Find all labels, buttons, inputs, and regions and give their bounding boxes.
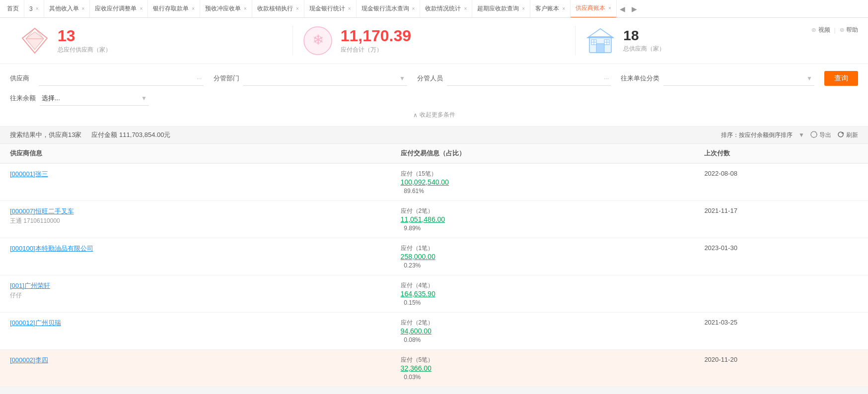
filter-area: 供应商 ··· 分管部门 ▼ 分管人员 ··· 往来单位分类 bbox=[0, 64, 868, 127]
last-payment-cell: 2020-11-20 bbox=[694, 350, 868, 387]
divider: | bbox=[834, 27, 836, 34]
amount-label: 应付金额 111,703,854.00元 bbox=[91, 131, 170, 139]
filter-person: 分管人员 ··· bbox=[417, 71, 611, 86]
supplier-table: 供应商信息 应付交易信息（占比） 上次付数 [000001]张三 应付（15笔）… bbox=[0, 144, 868, 387]
result-label: 搜索结果中，供应商13家 bbox=[10, 131, 81, 139]
trans-label: 应付（2笔） bbox=[401, 207, 434, 214]
close-icon[interactable]: × bbox=[412, 6, 415, 11]
supplier-filter-label: 供应商 bbox=[10, 74, 35, 83]
person-dots-icon[interactable]: ··· bbox=[604, 75, 609, 82]
table-row: [000002]李四 应付（5笔） 32,366.00 0.03% 2020-1… bbox=[0, 350, 868, 387]
person-input[interactable] bbox=[449, 74, 604, 82]
stat-block-ap-total: ❄ 11,170.39 应付合计（万） bbox=[293, 26, 576, 56]
nav-tab-advance[interactable]: 预收冲应收单 × bbox=[200, 0, 252, 18]
dept-select-wrap: ▼ bbox=[243, 71, 407, 86]
video-link[interactable]: ⊙ 视频 bbox=[811, 26, 830, 34]
supplier-info-cell: [000007]恒旺二手叉车王通 17106110000 bbox=[0, 201, 391, 238]
collapse-button[interactable]: ∧ 收起更多条件 bbox=[10, 111, 858, 119]
supplier-name-link[interactable]: [000007]恒旺二手叉车 bbox=[10, 207, 381, 216]
close-icon[interactable]: × bbox=[522, 6, 525, 11]
amount-link[interactable]: 164,635.90 bbox=[401, 290, 685, 298]
sort-label[interactable]: 排序：按应付余额倒序排序 bbox=[721, 131, 793, 139]
nav-tab-3[interactable]: 3 × bbox=[24, 0, 44, 18]
nav-tab-advance-label: 预收冲应收单 bbox=[205, 4, 241, 13]
stat-content-ap-total: 11,170.39 应付合计（万） bbox=[341, 28, 411, 54]
col-last-payment: 上次付数 bbox=[694, 144, 868, 163]
svg-text:❄: ❄ bbox=[312, 32, 323, 48]
last-payment-date: 2021-11-17 bbox=[704, 207, 737, 214]
close-icon[interactable]: × bbox=[244, 6, 247, 11]
close-icon[interactable]: × bbox=[464, 6, 467, 11]
close-icon[interactable]: × bbox=[348, 6, 351, 11]
supplier-name-link[interactable]: [000100]本特勤油品有限公司 bbox=[10, 244, 381, 253]
last-payment-date: 2021-03-25 bbox=[704, 319, 737, 326]
category-select-wrap: ▼ bbox=[663, 71, 814, 86]
summary-right: 排序：按应付余额倒序排序 ▼ 导出 刷新 bbox=[721, 131, 858, 139]
summary-bar: 搜索结果中，供应商13家 应付金额 111,703,854.00元 排序：按应付… bbox=[0, 127, 868, 144]
nav-arrow-right[interactable]: ▶ bbox=[629, 0, 641, 18]
col-transaction-info: 应付交易信息（占比） bbox=[391, 144, 695, 163]
nav-tab-cash-stat[interactable]: 现金银行统计 × bbox=[304, 0, 357, 18]
nav-tab-receipt-label: 收款核销执行 bbox=[257, 4, 293, 13]
nav-tab-customer-ledger[interactable]: 客户账本 × bbox=[530, 0, 571, 18]
amount-link[interactable]: 258,000.00 bbox=[401, 253, 685, 261]
close-icon[interactable]: × bbox=[36, 6, 39, 11]
nav-tab-other-income[interactable]: 其他收入单 × bbox=[44, 0, 90, 18]
filter-supplier: 供应商 ··· bbox=[10, 71, 204, 86]
person-filter-label: 分管人员 bbox=[417, 74, 443, 83]
supplier-info-cell: [000100]本特勤油品有限公司 bbox=[0, 238, 391, 275]
data-table-container: 供应商信息 应付交易信息（占比） 上次付数 [000001]张三 应付（15笔）… bbox=[0, 144, 868, 387]
top-navigation: 首页 3 × 其他收入单 × 应收应付调整单 × 银行存取款单 × 预收冲应收单… bbox=[0, 0, 868, 18]
supplier-info-cell: [001]广州荣轩仔仔 bbox=[0, 275, 391, 313]
supplier-name-link[interactable]: [001]广州荣轩 bbox=[10, 281, 381, 290]
supplier-contact: 仔仔 bbox=[10, 292, 22, 299]
supplier-name-link[interactable]: [000002]李四 bbox=[10, 356, 381, 365]
amount-link[interactable]: 100,092,540.00 bbox=[401, 178, 685, 186]
close-icon[interactable]: × bbox=[82, 6, 85, 11]
diamond-icon bbox=[20, 26, 50, 56]
nav-tab-cash-flow[interactable]: 现金银行流水查询 × bbox=[357, 0, 421, 18]
transaction-info-cell: 应付（5笔） 32,366.00 0.03% bbox=[391, 350, 695, 387]
transaction-info-cell: 应付（2笔） 94,600.00 0.08% bbox=[391, 313, 695, 350]
nav-tab-bank[interactable]: 银行存取款单 × bbox=[148, 0, 200, 18]
nav-tab-ar-ap-adjust[interactable]: 应收应付调整单 × bbox=[90, 0, 148, 18]
dept-select[interactable] bbox=[245, 74, 399, 82]
nav-tab-overdue[interactable]: 超期应收款查询 × bbox=[472, 0, 530, 18]
close-icon[interactable]: × bbox=[192, 6, 195, 11]
refresh-button[interactable]: 刷新 bbox=[837, 131, 858, 139]
close-icon[interactable]: × bbox=[608, 5, 611, 11]
nav-tab-home-label: 首页 bbox=[7, 4, 19, 13]
help-link[interactable]: ⊙ 帮助 bbox=[840, 26, 858, 34]
stat-content-payable-suppliers: 13 总应付供应商（家） bbox=[58, 28, 111, 54]
balance-select[interactable]: 选择... bbox=[42, 94, 141, 102]
amount-link[interactable]: 94,600.00 bbox=[401, 327, 685, 335]
stat-label-payable-suppliers: 总应付供应商（家） bbox=[58, 46, 111, 54]
close-icon[interactable]: × bbox=[296, 6, 299, 11]
percentage: 0.08% bbox=[401, 336, 421, 343]
trans-label: 应付（2笔） bbox=[401, 319, 434, 326]
nav-tab-receipt[interactable]: 收款核销执行 × bbox=[252, 0, 304, 18]
category-select[interactable] bbox=[665, 74, 806, 82]
filter-row-2: 往来余额 选择... ▼ bbox=[10, 91, 858, 106]
amount-link[interactable]: 11,051,486.00 bbox=[401, 215, 685, 223]
stat-content-total-suppliers: 18 总供应商（家） bbox=[623, 29, 665, 53]
supplier-name-link[interactable]: [000001]张三 bbox=[10, 170, 381, 179]
summary-left: 搜索结果中，供应商13家 应付金额 111,703,854.00元 bbox=[10, 131, 170, 139]
refresh-icon bbox=[837, 131, 844, 139]
supplier-name-link[interactable]: [000012]广州贝瑞 bbox=[10, 319, 381, 328]
amount-link[interactable]: 32,366.00 bbox=[401, 364, 685, 372]
transaction-info-cell: 应付（4笔） 164,635.90 0.15% bbox=[391, 275, 695, 313]
nav-tab-supplier-ledger[interactable]: 供应商账本 × bbox=[571, 0, 617, 18]
close-icon[interactable]: × bbox=[140, 6, 143, 11]
nav-arrow-left[interactable]: ◀ bbox=[617, 0, 629, 18]
query-button[interactable]: 查询 bbox=[824, 71, 858, 86]
export-icon bbox=[810, 131, 817, 139]
stat-number-total-suppliers: 18 bbox=[623, 29, 665, 43]
export-button[interactable]: 导出 bbox=[810, 131, 831, 139]
last-payment-cell: 2021-11-17 bbox=[694, 201, 868, 238]
nav-tab-home[interactable]: 首页 bbox=[2, 0, 24, 18]
close-icon[interactable]: × bbox=[562, 6, 565, 11]
nav-tab-collection-stat[interactable]: 收款情况统计 × bbox=[420, 0, 472, 18]
supplier-input[interactable] bbox=[41, 74, 197, 82]
supplier-dots-icon[interactable]: ··· bbox=[197, 75, 202, 82]
